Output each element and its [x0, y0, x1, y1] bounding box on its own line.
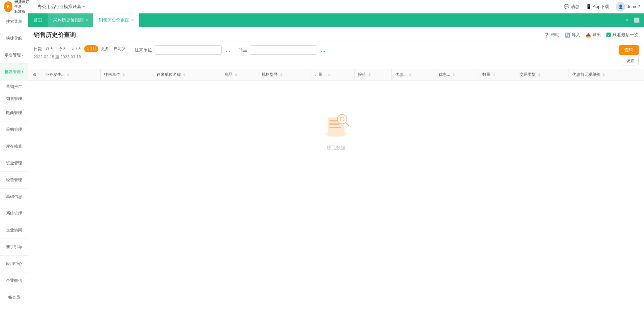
sidebar-item-member[interactable]: 畅会员	[0, 289, 28, 306]
gear-icon[interactable]: ⚙	[33, 72, 37, 77]
sort-icon	[280, 73, 282, 76]
chevron-up-icon	[21, 71, 23, 72]
sort-icon	[409, 73, 411, 76]
sidebar-item-retail-mgmt[interactable]: 零售管理	[0, 47, 28, 64]
date-btn-yesterday[interactable]: 昨天	[44, 45, 56, 52]
sidebar-item-finance-mgmt[interactable]: 资金管理	[0, 155, 28, 172]
settings-button[interactable]: 设置	[622, 56, 639, 65]
sidebar-item-coop[interactable]: 企业协同	[0, 222, 28, 239]
sort-icon	[603, 73, 605, 76]
filter-actions-section: 查询 设置	[619, 45, 639, 65]
app-download-button[interactable]: 📱 App下载	[586, 4, 609, 10]
close-tab-button[interactable]: ×	[624, 17, 631, 23]
maximize-button[interactable]: ⬜	[633, 17, 640, 23]
tab-close-sales-history[interactable]: ×	[131, 18, 133, 22]
svg-rect-4	[329, 127, 341, 128]
user-menu[interactable]: 👤 demo2	[616, 2, 640, 11]
download-icon: 📱	[586, 4, 591, 9]
message-icon: 💬	[564, 4, 569, 9]
quick-nav-label: 快捷导航	[6, 36, 22, 41]
logo-area: 6 畅捷通好生意 标准版	[4, 0, 32, 14]
tab-sales-history[interactable]: 销售历史价跟踪 ×	[93, 13, 139, 27]
col-unit[interactable]: 计量...	[311, 69, 355, 81]
sidebar-item-ecom-mgmt[interactable]: 电商管理	[0, 105, 28, 121]
message-button[interactable]: 💬 消息	[564, 4, 579, 10]
sort-icon	[235, 73, 237, 76]
sidebar-item-wholesale-mgmt[interactable]: 批发管理	[0, 64, 28, 81]
sidebar-item-marketing[interactable]: 营销推广	[0, 81, 28, 93]
tab-home[interactable]: 首页	[28, 13, 48, 27]
sidebar-item-search-menu[interactable]: 搜索菜单	[0, 13, 28, 30]
purchase-history-tab-label: 采购历史价跟踪	[53, 17, 84, 23]
goods-input[interactable]	[250, 45, 317, 55]
partner-filter-section: 往来单位 ...	[135, 45, 231, 55]
logo-icon: 6	[4, 1, 12, 12]
col-quote[interactable]: 报价	[355, 69, 392, 81]
date-btn-7days[interactable]: 近7天	[69, 45, 84, 52]
sidebar-item-guide[interactable]: 新手引导	[0, 239, 28, 256]
filter-date-top: 日期 昨天 今天 近7天 近1月 更多 自定义	[34, 45, 128, 52]
page-header: 销售历史价查询 ❓ 帮助 🔄 导入 📤 导出 ✓	[28, 27, 644, 42]
sort-icon	[328, 73, 330, 76]
col-quantity[interactable]: 数量	[479, 69, 516, 81]
sidebar-item-sys-mgmt[interactable]: 系统管理	[0, 205, 28, 222]
col-biz-date[interactable]: 业务发生...	[42, 69, 101, 81]
only-last-checkbox-label[interactable]: ✓ 只看最后一次	[606, 32, 639, 38]
sidebar-item-basic-info[interactable]: 基础信息	[0, 189, 28, 205]
col-settings[interactable]: ⚙	[28, 69, 42, 81]
col-pretax-price[interactable]: 优惠前无税单价	[569, 69, 644, 81]
date-btn-1month[interactable]: 近1月	[84, 45, 99, 52]
goods-dots-button[interactable]: ...	[320, 47, 327, 53]
chevron-down-icon	[21, 55, 23, 56]
tab-purchase-history[interactable]: 采购历史价跟踪 ×	[48, 13, 93, 27]
col-goods[interactable]: 商品	[221, 69, 258, 81]
page-actions: ❓ 帮助 🔄 导入 📤 导出 ✓ 只看最后一次	[544, 32, 639, 38]
import-button[interactable]: 🔄 导入	[565, 32, 580, 38]
partner-dots-button[interactable]: ...	[224, 47, 231, 53]
only-last-checkbox[interactable]: ✓	[606, 33, 611, 37]
chevron-down-icon	[83, 6, 85, 7]
col-partner-code[interactable]: 往来单位	[101, 69, 153, 81]
sales-history-tab-label: 销售历史价跟踪	[99, 17, 129, 23]
goods-label: 商品	[238, 47, 247, 53]
table-header-row: ⚙ 业务发生... 往来单位 往来单位名称	[28, 69, 644, 81]
header-center: 办公用品行业模拟账套	[32, 4, 564, 10]
col-discount2[interactable]: 优惠...	[435, 69, 479, 81]
sidebar-item-quick-nav[interactable]: 快捷导航	[0, 30, 28, 47]
sidebar-item-sales-mgmt[interactable]: 销售管理	[0, 93, 28, 105]
main-layout: 搜索菜单 快捷导航 零售管理 批发管理 营销推广 销售管理 电商管理 采购管理 …	[0, 13, 644, 310]
col-trade-type[interactable]: 交易类型	[516, 69, 569, 81]
header-right: 💬 消息 📱 App下载 👤 demo2	[564, 2, 640, 11]
date-btn-more[interactable]: 更多	[99, 45, 111, 52]
filter-date-section: 日期 昨天 今天 近7天 近1月 更多 自定义 2023-02-18 至 202…	[34, 45, 128, 60]
partner-label: 往来单位	[135, 47, 152, 53]
home-tab-label: 首页	[34, 17, 42, 23]
sidebar-item-inventory[interactable]: 库存核算	[0, 138, 28, 155]
sidebar-item-ops-mgmt[interactable]: 经营管理	[0, 172, 28, 189]
export-button[interactable]: 📤 导出	[586, 32, 601, 38]
search-menu-label: 搜索菜单	[6, 19, 22, 24]
date-btn-today[interactable]: 今天	[56, 45, 68, 52]
col-partner-name[interactable]: 往来单位名称	[153, 69, 221, 81]
tab-close-purchase-history[interactable]: ×	[86, 18, 88, 22]
empty-illustration	[319, 107, 353, 141]
sidebar-item-app-center[interactable]: 应用中心	[0, 256, 28, 272]
app-selector[interactable]: 办公用品行业模拟账套	[38, 4, 85, 10]
help-button[interactable]: ❓ 帮助	[544, 32, 559, 38]
sort-icon	[123, 73, 125, 76]
query-button[interactable]: 查询	[619, 45, 639, 55]
avatar: 👤	[616, 2, 625, 11]
date-btn-custom[interactable]: 自定义	[112, 45, 128, 52]
sidebar: 搜索菜单 快捷导航 零售管理 批发管理 营销推广 销售管理 电商管理 采购管理 …	[0, 13, 28, 310]
page-content: 销售历史价查询 ❓ 帮助 🔄 导入 📤 导出 ✓	[28, 27, 644, 310]
col-discount1[interactable]: 优惠...	[392, 69, 435, 81]
sidebar-item-wechat[interactable]: 企业微信	[0, 272, 28, 289]
col-spec[interactable]: 规格型号	[258, 69, 311, 81]
date-buttons: 昨天 今天 近7天 近1月 更多 自定义	[44, 45, 128, 52]
top-header: 6 畅捷通好生意 标准版 办公用品行业模拟账套 💬 消息 📱 App下载 👤 d…	[0, 0, 644, 13]
sidebar-item-purchase-mgmt[interactable]: 采购管理	[0, 121, 28, 138]
partner-input[interactable]	[155, 45, 222, 55]
sort-icon	[493, 73, 495, 76]
help-icon: ❓	[544, 33, 549, 38]
date-label: 日期	[34, 46, 42, 52]
